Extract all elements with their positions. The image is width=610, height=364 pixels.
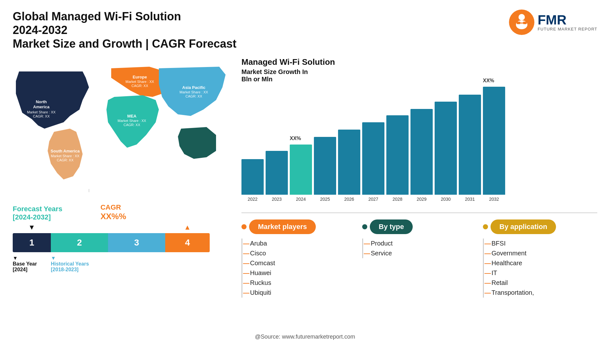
by-type-badge: By type (370, 219, 413, 234)
market-player-item: Huawei (246, 268, 356, 278)
bar-year-2025: 2025 (320, 197, 330, 202)
by-application-item: Government (487, 248, 597, 258)
svg-text:Market Share : XX: Market Share : XX (125, 80, 154, 84)
title-block: Global Managed Wi-Fi Solution 2024-2032 … (13, 10, 236, 51)
market-player-item: Aruba (246, 239, 356, 248)
by-type-list: ProductService (362, 239, 477, 258)
bar-rect-2031 (459, 95, 481, 195)
svg-text:Market Share : XX: Market Share : XX (180, 90, 208, 94)
left-panel: North America Market Share : XX CAGR: XX… (13, 57, 229, 327)
segment-3: 3 (108, 233, 165, 252)
bar-year-2023: 2023 (272, 197, 281, 202)
bar-column-2026: 2026 (338, 130, 360, 203)
by-application-dot (483, 224, 488, 229)
market-players-column: Market players ArubaCiscoComcastHuaweiRu… (241, 219, 356, 298)
bar-rect-2024: XX% (290, 145, 312, 195)
svg-text:Asia Pacific: Asia Pacific (182, 85, 206, 90)
forecast-label: Forecast Years [2024-2032] (13, 205, 62, 221)
cagr-label: CAGR XX%% (100, 203, 126, 221)
bar-column-2024: XX%2024 (290, 145, 312, 203)
bar-column-2025: 2025 (314, 137, 336, 203)
by-application-item: Transportation, (487, 288, 597, 298)
bar-year-2029: 2029 (417, 197, 426, 202)
bar-label-2024: XX% (290, 136, 301, 141)
by-application-badge: By application (491, 219, 556, 234)
bar-rect-2032: XX% (483, 87, 505, 195)
market-players-dot (241, 224, 247, 229)
by-application-item: Retail (487, 278, 597, 288)
svg-text:CAGR: XX: CAGR: XX (124, 123, 140, 127)
base-year-label: ▼ Base Year [2024] (13, 255, 51, 273)
by-application-list: BFSIGovernmentHealthcareITRetailTranspor… (483, 239, 597, 298)
bar-column-2032: XX%2032 (483, 87, 505, 203)
svg-rect-3 (523, 22, 527, 24)
bar-rect-2028 (386, 115, 409, 195)
svg-text:Europe: Europe (133, 75, 147, 79)
bar-column-2023: 2023 (266, 151, 288, 203)
bar-rect-2029 (410, 109, 433, 195)
svg-text:CAGR: XX: CAGR: XX (33, 114, 50, 118)
header: Global Managed Wi-Fi Solution 2024-2032 … (13, 10, 597, 51)
by-application-item: IT (487, 268, 597, 278)
svg-text:America: America (33, 104, 50, 109)
svg-point-0 (518, 14, 525, 20)
svg-text:Market Share : XX: Market Share : XX (118, 119, 146, 123)
svg-rect-2 (517, 22, 520, 24)
svg-text:CAGR: XX: CAGR: XX (132, 84, 148, 88)
map-container: North America Market Share : XX CAGR: XX… (13, 57, 229, 194)
bar-column-2022: 2022 (241, 159, 264, 203)
bar-year-2022: 2022 (247, 197, 257, 202)
svg-text:Market Share : XX: Market Share : XX (27, 110, 56, 114)
bar-column-2029: 2029 (410, 109, 433, 203)
chart-subtitle: Market Size Growth InBln or Mln (241, 68, 597, 83)
bar-column-2028: 2028 (386, 115, 409, 203)
bottom-section: Market players ArubaCiscoComcastHuaweiRu… (241, 219, 597, 298)
svg-text:South America: South America (51, 149, 80, 153)
bar-year-2028: 2028 (392, 197, 402, 202)
bar-year-2026: 2026 (344, 197, 354, 202)
market-player-item: Cisco (246, 248, 356, 258)
main-content: North America Market Share : XX CAGR: XX… (13, 57, 597, 327)
svg-text:Market Share : XX: Market Share : XX (51, 154, 80, 158)
chart-title: Managed Wi-Fi Solution (241, 57, 597, 67)
segment-4: 4 (165, 233, 210, 252)
bar-column-2030: 2030 (435, 102, 457, 203)
bar-year-2032: 2032 (489, 197, 499, 202)
bar-rect-2026 (338, 130, 360, 195)
market-player-item: Ruckus (246, 278, 356, 288)
segment-1: 1 (13, 233, 51, 252)
logo-icon (509, 10, 534, 35)
svg-text:MEA: MEA (127, 114, 137, 118)
logo-text: FMR FUTURE MARKET REPORT (538, 13, 597, 31)
market-players-list: ArubaCiscoComcastHuaweiRuckusUbiquiti (241, 239, 356, 298)
bar-year-2031: 2031 (465, 197, 475, 202)
bar-label-2032: XX% (483, 78, 494, 84)
timeline-bar: 1 2 3 4 (13, 233, 210, 252)
bar-rect-2027 (362, 122, 384, 195)
chart-area: 20222023XX%20242025202620272028202920302… (241, 86, 597, 213)
svg-text:CAGR: XX: CAGR: XX (186, 94, 202, 98)
footer: @Source: www.futuremarketreport.com (13, 334, 597, 340)
historical-years-label: ▼ Historical Years [2018-2023] (51, 255, 165, 273)
svg-rect-4 (520, 23, 523, 24)
logo-area: FMR FUTURE MARKET REPORT (509, 10, 597, 35)
market-player-item: Ubiquiti (246, 288, 356, 298)
bar-rect-2025 (314, 137, 336, 195)
timeline-section: Forecast Years [2024-2032] CAGR XX%% ▼ ▲ (13, 200, 229, 276)
bar-year-2024: 2024 (296, 197, 306, 202)
segment-2: 2 (51, 233, 108, 252)
svg-text:CAGR: XX: CAGR: XX (57, 158, 74, 162)
bar-year-2030: 2030 (441, 197, 451, 202)
bar-rect-2022 (241, 159, 264, 195)
by-application-item: Healthcare (487, 258, 597, 268)
bar-year-2027: 2027 (368, 197, 378, 202)
market-players-badge: Market players (249, 219, 316, 234)
by-application-column: By application BFSIGovernmentHealthcareI… (483, 219, 597, 298)
svg-text:North: North (36, 99, 47, 104)
bar-column-2027: 2027 (362, 122, 384, 203)
by-type-column: By type ProductService (362, 219, 477, 298)
by-type-item: Service (366, 248, 477, 258)
by-type-dot (362, 224, 367, 229)
by-type-item: Product (366, 239, 477, 248)
by-application-item: BFSI (487, 239, 597, 248)
